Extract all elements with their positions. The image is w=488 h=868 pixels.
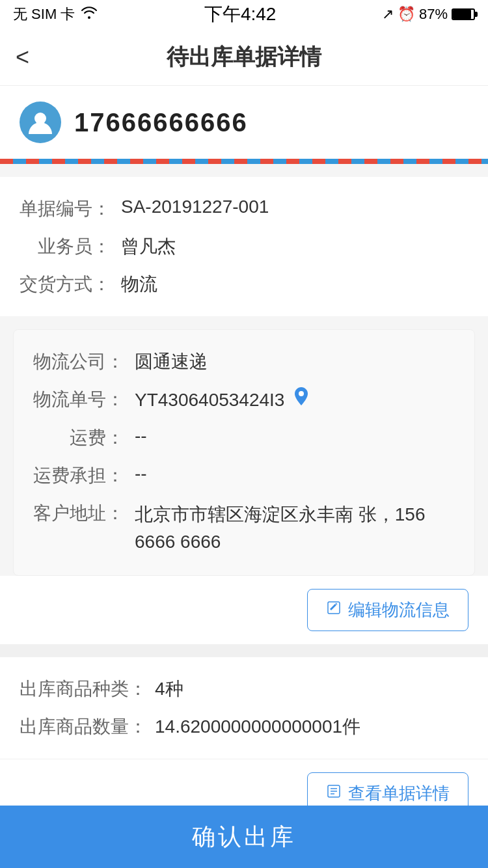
tracking-no-value: YT43064053424I3 bbox=[135, 387, 455, 413]
freight-row: 运费： -- bbox=[33, 426, 455, 450]
product-types-label: 出库商品种类： bbox=[20, 677, 150, 701]
customer-phone: 17666666666 bbox=[74, 108, 248, 137]
tracking-location-icon[interactable] bbox=[292, 387, 310, 413]
logistics-company-row: 物流公司： 圆通速递 bbox=[33, 349, 455, 374]
logistics-section: 物流公司： 圆通速递 物流单号： YT43064053424I3 运费： -- … bbox=[13, 329, 475, 576]
svg-point-1 bbox=[299, 391, 304, 396]
logistics-company-label: 物流公司： bbox=[33, 349, 124, 374]
delivery-value: 物流 bbox=[121, 272, 468, 297]
order-info-section: 单据编号： SA-20191227-001 业务员： 曾凡杰 交货方式： 物流 bbox=[0, 177, 488, 316]
freight-label: 运费： bbox=[33, 426, 124, 450]
freight-bear-row: 运费承担： -- bbox=[33, 463, 455, 488]
edit-logistics-button[interactable]: 编辑物流信息 bbox=[307, 589, 468, 631]
delivery-method-row: 交货方式： 物流 bbox=[20, 272, 468, 297]
address-label: 客户地址： bbox=[33, 501, 124, 526]
status-time: 下午4:42 bbox=[204, 2, 277, 27]
carrier-text: 无 SIM 卡 bbox=[13, 5, 75, 24]
address-value: 北京市市辖区海淀区永丰南 张，156 6666 6666 bbox=[135, 501, 455, 556]
nav-bar: < 待出库单据详情 bbox=[0, 29, 488, 86]
section-divider-1 bbox=[0, 644, 488, 657]
confirm-btn-area[interactable]: 确认出库 bbox=[0, 806, 488, 868]
avatar bbox=[20, 102, 61, 143]
page-wrapper: 无 SIM 卡 下午4:42 ↗ ⏰ 87% < 待出库单据详情 bbox=[0, 0, 488, 868]
status-left: 无 SIM 卡 bbox=[13, 5, 98, 24]
list-icon bbox=[326, 783, 342, 804]
freight-bear-label: 运费承担： bbox=[33, 463, 124, 488]
status-right: ↗ ⏰ 87% bbox=[382, 6, 475, 23]
status-bar: 无 SIM 卡 下午4:42 ↗ ⏰ 87% bbox=[0, 0, 488, 29]
sales-person-row: 业务员： 曾凡杰 bbox=[20, 234, 468, 259]
alarm-icon: ⏰ bbox=[398, 6, 415, 23]
location-status-icon: ↗ bbox=[382, 6, 394, 23]
product-types-row: 出库商品种类： 4种 bbox=[20, 677, 468, 701]
battery-percent: 87% bbox=[419, 6, 448, 23]
address-row: 客户地址： 北京市市辖区海淀区永丰南 张，156 6666 6666 bbox=[33, 501, 455, 556]
logistics-company-value: 圆通速递 bbox=[135, 349, 455, 374]
tracking-no-row: 物流单号： YT43064053424I3 bbox=[33, 387, 455, 413]
product-quantity-label: 出库商品数量： bbox=[20, 714, 150, 739]
order-no-value: SA-20191227-001 bbox=[121, 197, 468, 217]
view-details-label: 查看单据详情 bbox=[348, 782, 450, 805]
edit-logistics-label: 编辑物流信息 bbox=[348, 599, 450, 621]
edit-icon bbox=[326, 600, 342, 620]
dashed-border bbox=[0, 159, 488, 164]
sales-person-label: 业务员： bbox=[20, 234, 111, 259]
product-section: 出库商品种类： 4种 出库商品数量： 14.6200000000000001件 bbox=[0, 657, 488, 759]
order-no-label: 单据编号： bbox=[20, 197, 111, 221]
page-title: 待出库单据详情 bbox=[167, 42, 321, 72]
sales-person-value: 曾凡杰 bbox=[121, 234, 468, 259]
tracking-no-label: 物流单号： bbox=[33, 387, 124, 412]
customer-header: 17666666666 bbox=[0, 86, 488, 159]
product-types-value: 4种 bbox=[155, 677, 183, 701]
product-quantity-row: 出库商品数量： 14.6200000000000001件 bbox=[20, 714, 468, 739]
battery-icon bbox=[452, 8, 475, 20]
confirm-btn-label: 确认出库 bbox=[192, 821, 296, 853]
back-button[interactable]: < bbox=[16, 44, 29, 71]
wifi-icon bbox=[80, 6, 98, 23]
product-quantity-value: 14.6200000000000001件 bbox=[155, 714, 360, 739]
delivery-label: 交货方式： bbox=[20, 272, 111, 297]
order-no-row: 单据编号： SA-20191227-001 bbox=[20, 197, 468, 221]
edit-btn-row: 编辑物流信息 bbox=[0, 576, 488, 644]
freight-value: -- bbox=[135, 426, 455, 446]
freight-bear-value: -- bbox=[135, 463, 455, 484]
